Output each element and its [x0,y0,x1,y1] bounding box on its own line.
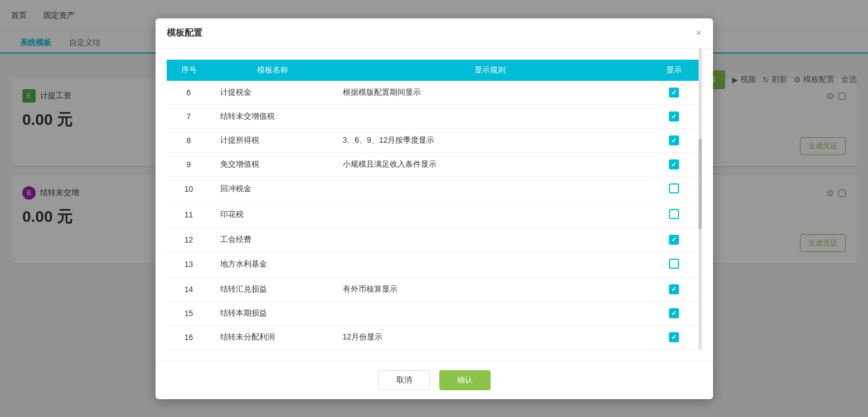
modal-overlay: 模板配置 × 序号 模板名称 显示规则 显示 [0,0,868,417]
cell-index-7: 13 [167,251,211,277]
cell-show-2 [646,128,702,152]
cell-show-9 [646,301,702,325]
table-row: 9免交增值税小规模且满足收入条件显示 [167,152,702,176]
cell-rule-10: 12月份显示 [334,325,646,349]
cell-show-5 [646,202,702,227]
cell-name-1: 结转未交增值税 [211,104,334,128]
checkbox-16[interactable] [669,332,679,342]
cell-show-7 [646,251,702,277]
cell-index-10: 16 [167,325,211,349]
table-header: 序号 模板名称 显示规则 显示 [167,60,702,81]
table-row: 7结转未交增值税 [167,104,702,128]
table-row: 16结转未分配利润12月份显示 [167,325,702,349]
table-row: 15结转本期损益 [167,301,702,325]
th-index: 序号 [167,60,211,81]
cell-index-5: 11 [167,202,211,227]
checkbox-8[interactable] [669,135,679,146]
cell-name-7: 地方水利基金 [211,251,334,277]
cell-name-10: 结转未分配利润 [211,325,334,349]
modal-title: 模板配置 [167,27,202,39]
modal-close-button[interactable]: × [696,28,702,38]
checkbox-9[interactable] [669,159,679,169]
checkbox-10[interactable] [669,183,679,193]
cell-rule-1 [334,104,646,128]
cell-index-9: 15 [167,301,211,325]
cell-show-8 [646,277,702,301]
table-body: 6计提税金根据模版配置期间显示7结转未交增值税8计提所得税3、6、9、12月按季… [167,81,702,350]
cell-name-4: 回冲税金 [211,176,334,202]
cell-index-0: 6 [167,81,211,105]
scroll-indicator [699,49,702,350]
cell-rule-6 [334,227,646,251]
checkbox-14[interactable] [669,284,679,294]
cell-rule-3: 小规模且满足收入条件显示 [334,152,646,176]
modal-footer: 取消 确认 [156,361,713,399]
cell-show-4 [646,176,702,202]
table-row: 10回冲税金 [167,176,702,202]
checkbox-15[interactable] [669,308,679,318]
modal-template-config: 模板配置 × 序号 模板名称 显示规则 显示 [156,18,713,399]
table-row: 12工会经费 [167,227,702,251]
cell-name-9: 结转本期损益 [211,301,334,325]
th-rule: 显示规则 [334,60,646,81]
cell-rule-9 [334,301,646,325]
cell-index-4: 10 [167,176,211,202]
table-row: 13地方水利基金 [167,251,702,277]
cell-show-3 [646,152,702,176]
cell-rule-5 [334,202,646,227]
modal-body: 序号 模板名称 显示规则 显示 6计提税金根据模版配置期间显示7结转未交增值税8… [156,49,713,361]
cell-name-0: 计提税金 [211,81,334,105]
cell-name-8: 结转汇兑损益 [211,277,334,301]
checkbox-12[interactable] [669,235,679,245]
cell-rule-7 [334,251,646,277]
cell-index-1: 7 [167,104,211,128]
cell-index-3: 9 [167,152,211,176]
cell-rule-2: 3、6、9、12月按季度显示 [334,128,646,152]
scroll-thumb [699,139,702,229]
cell-index-2: 8 [167,128,211,152]
table-row: 6计提税金根据模版配置期间显示 [167,81,702,105]
table-row: 8计提所得税3、6、9、12月按季度显示 [167,128,702,152]
checkbox-11[interactable] [669,209,679,219]
cell-rule-0: 根据模版配置期间显示 [334,81,646,105]
cell-show-6 [646,227,702,251]
th-show: 显示 [646,60,702,81]
cell-name-3: 免交增值税 [211,152,334,176]
cell-rule-4 [334,176,646,202]
th-name: 模板名称 [211,60,334,81]
cell-show-1 [646,104,702,128]
cell-index-8: 14 [167,277,211,301]
cell-index-6: 12 [167,227,211,251]
cancel-button[interactable]: 取消 [378,370,430,390]
modal-scroll[interactable]: 序号 模板名称 显示规则 显示 6计提税金根据模版配置期间显示7结转未交增值税8… [167,49,702,350]
confirm-button[interactable]: 确认 [439,370,491,390]
cell-name-2: 计提所得税 [211,128,334,152]
modal-scroll-wrapper: 序号 模板名称 显示规则 显示 6计提税金根据模版配置期间显示7结转未交增值税8… [167,49,702,350]
table-row: 14结转汇兑损益有外币核算显示 [167,277,702,301]
cell-show-10 [646,325,702,349]
cell-name-6: 工会经费 [211,227,334,251]
cell-show-0 [646,81,702,105]
checkbox-7[interactable] [669,111,679,122]
table-row: 11印花税 [167,202,702,227]
config-table: 序号 模板名称 显示规则 显示 6计提税金根据模版配置期间显示7结转未交增值税8… [167,60,702,350]
cell-rule-8: 有外币核算显示 [334,277,646,301]
modal-header: 模板配置 × [156,18,713,49]
checkbox-6[interactable] [669,88,679,98]
checkbox-13[interactable] [669,259,679,269]
cell-name-5: 印花税 [211,202,334,227]
